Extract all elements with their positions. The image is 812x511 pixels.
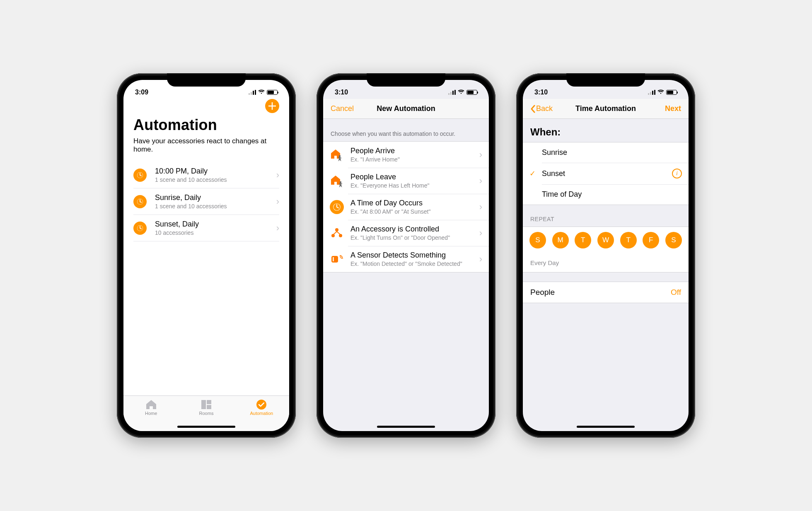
clock-icon [133,195,147,208]
when-option-sunset[interactable]: ✓ Sunset i [523,163,689,184]
option-label: Sunrise [539,148,682,157]
automation-title: Sunset, Daily [155,220,273,229]
page-title: Automation [133,116,279,134]
tab-home[interactable]: Home [123,396,179,431]
svg-rect-10 [207,400,211,404]
chevron-left-icon [530,105,535,113]
home-icon [145,399,157,410]
svg-point-12 [256,400,266,410]
nav-bar: Cancel New Automation [323,99,489,119]
automation-title: Sunrise, Daily [155,193,273,202]
phone-time-automation: 3:10 Back Time Automation Next When: [516,73,695,438]
add-automation-button[interactable] [265,99,279,113]
tab-label: Automation [250,411,273,416]
trigger-title: A Time of Day Occurs [350,199,476,207]
clock-icon [133,222,147,235]
phone-new-automation: 3:10 Cancel New Automation Choose when y… [317,73,495,438]
check-icon: ✓ [529,169,539,178]
trigger-subtitle: Ex. "I Arrive Home" [350,156,476,163]
automation-row[interactable]: Sunset, Daily 10 accessories › [133,215,279,241]
day-toggle[interactable]: S [529,232,546,248]
tab-automation[interactable]: Automation [234,396,289,431]
section-prompt: Choose when you want this automation to … [323,119,489,141]
battery-icon [267,90,278,95]
trigger-sensor-detects[interactable]: A Sensor Detects Something Ex. "Motion D… [323,246,489,272]
automation-subtitle: 10 accessories [155,229,273,236]
day-toggle[interactable]: T [575,232,591,248]
status-time: 3:10 [534,89,548,96]
trigger-subtitle: Ex. "Everyone Has Left Home" [350,182,476,189]
automation-icon [255,399,268,410]
people-row[interactable]: People Off [523,282,689,303]
home-indicator[interactable] [577,426,635,428]
automation-subtitle: 1 scene and 10 accessories [155,203,273,210]
automation-row[interactable]: 10:00 PM, Daily 1 scene and 10 accessori… [133,162,279,188]
automation-row[interactable]: Sunrise, Daily 1 scene and 10 accessorie… [133,188,279,215]
svg-point-19 [339,234,342,237]
people-value: Off [671,288,681,297]
notch [167,73,246,87]
chevron-right-icon: › [273,223,279,234]
trigger-accessory-controlled[interactable]: An Accessory is Controlled Ex. "Light Tu… [323,220,489,246]
home-indicator[interactable] [377,426,435,428]
day-toggle[interactable]: S [665,232,682,248]
repeat-label: REPEAT [523,205,689,227]
day-toggle[interactable]: T [620,232,637,248]
people-label: People [530,288,555,297]
everyday-label: Every Day [523,253,689,272]
when-option-time-of-day[interactable]: Time of Day [523,184,689,205]
battery-icon [466,90,477,95]
trigger-people-leave[interactable]: People Leave Ex. "Everyone Has Left Home… [323,168,489,194]
day-toggle[interactable]: F [643,232,659,248]
trigger-title: People Arrive [350,147,476,155]
phone-automation-list: 3:09 Automation Have your accessories re… [117,73,296,438]
chevron-right-icon: › [476,176,482,186]
nav-title: Time Automation [575,104,636,113]
svg-rect-11 [207,405,211,409]
wifi-icon [657,89,664,96]
rooms-icon [200,399,213,410]
when-label: When: [523,119,689,142]
page-subtitle: Have your accessories react to changes a… [133,137,279,154]
trigger-title: People Leave [350,173,476,181]
people-arrive-icon [330,148,344,162]
nav-bar: Back Time Automation Next [523,99,689,119]
chevron-right-icon: › [476,254,482,265]
trigger-subtitle: Ex. "Light Turns On" or "Door Opened" [350,234,476,241]
wifi-icon [258,89,265,96]
tab-label: Home [145,411,157,416]
signal-icon [448,90,456,95]
svg-rect-20 [331,256,338,263]
day-toggle[interactable]: W [597,232,614,248]
option-label: Sunset [539,169,672,178]
status-time: 3:09 [135,89,148,96]
home-indicator[interactable] [177,426,235,428]
svg-point-17 [335,228,338,231]
svg-rect-21 [333,257,334,261]
when-option-sunrise[interactable]: Sunrise [523,142,689,163]
wifi-icon [458,89,464,96]
trigger-title: An Accessory is Controlled [350,225,476,234]
trigger-subtitle: Ex. "Motion Detected" or "Smoke Detected… [350,260,476,267]
signal-icon [249,90,256,95]
chevron-right-icon: › [476,149,482,160]
svg-point-18 [331,234,335,237]
trigger-people-arrive[interactable]: People Arrive Ex. "I Arrive Home" › [323,142,489,168]
day-toggle[interactable]: M [552,232,569,248]
next-button[interactable]: Next [652,104,681,113]
svg-rect-9 [201,400,206,409]
info-button[interactable]: i [672,169,682,178]
clock-icon [133,169,147,182]
trigger-title: A Sensor Detects Something [350,251,476,260]
automation-title: 10:00 PM, Daily [155,167,273,176]
people-leave-icon [330,174,344,188]
tab-label: Rooms [199,411,214,416]
option-label: Time of Day [539,190,682,199]
back-button[interactable]: Back [530,104,559,113]
chevron-right-icon: › [476,228,482,239]
chevron-right-icon: › [273,196,279,207]
chevron-right-icon: › [476,202,482,212]
trigger-time-of-day[interactable]: A Time of Day Occurs Ex. "At 8:00 AM" or… [323,194,489,220]
cancel-button[interactable]: Cancel [331,104,360,113]
trigger-subtitle: Ex. "At 8:00 AM" or "At Sunset" [350,208,476,215]
